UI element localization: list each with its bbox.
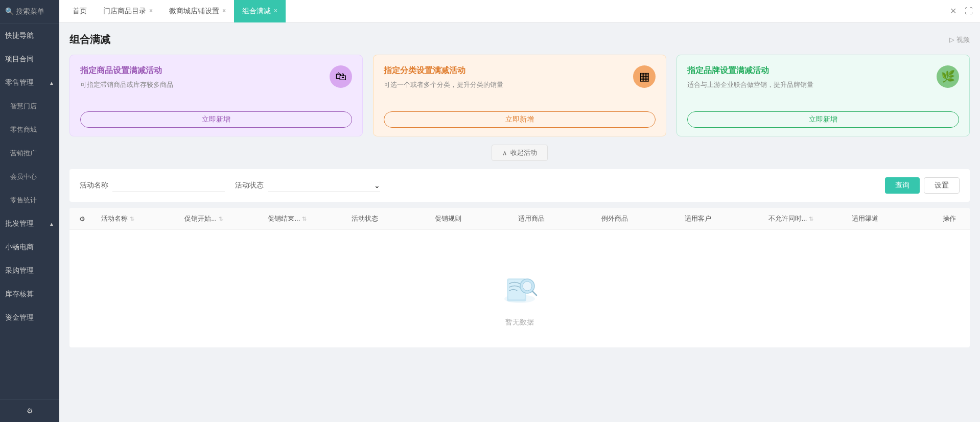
col-label: 操作	[943, 214, 956, 223]
page-title: 组合满减	[69, 33, 110, 46]
sidebar-item-retail-mall[interactable]: 零售商城	[0, 118, 59, 142]
tab-store-catalog[interactable]: 门店商品目录×	[95, 0, 161, 22]
sidebar-item-smart-store[interactable]: 智慧门店	[0, 95, 59, 118]
page-header: 组合满减 ▷ 视频	[69, 33, 970, 46]
maximize-window-btn[interactable]: ⛶	[963, 5, 975, 18]
brand-card: 指定品牌设置满减活动 适合与上游企业联合做营销，提升品牌销量 🌿 立即新增	[676, 55, 970, 136]
col-label: 促销结束...	[268, 214, 300, 223]
expand-arrow-icon: ▲	[49, 221, 54, 227]
col-promo-start[interactable]: 促销开始...⇅	[178, 214, 262, 223]
tab-home[interactable]: 首页	[64, 0, 95, 22]
collapse-activities-btn[interactable]: ∧ 收起活动	[492, 145, 548, 161]
sort-icon: ⇅	[130, 216, 134, 222]
sort-icon: ⇅	[302, 216, 307, 222]
col-label: 适用渠道	[852, 214, 878, 223]
sidebar-label: 资金管理	[5, 313, 34, 322]
data-table: ⚙活动名称⇅促销开始...⇅促销结束...⇅活动状态促销规则适用商品例外商品适用…	[69, 208, 970, 347]
sidebar-item-marketing[interactable]: 营销推广	[0, 142, 59, 165]
col-label: 例外商品	[601, 214, 628, 223]
card-desc: 可指定滞销商品或库存较多商品	[80, 80, 352, 103]
col-label: 不允许同时...	[768, 214, 807, 223]
col-no-simultaneous[interactable]: 不允许同时...⇅	[762, 214, 846, 223]
sidebar-label: 营销推广	[10, 149, 37, 158]
activity-name-filter: 活动名称	[80, 179, 225, 192]
setting-btn[interactable]: 设置	[924, 177, 960, 194]
tab-close-icon[interactable]: ×	[149, 0, 153, 22]
sidebar-settings-btn[interactable]: ⚙	[0, 399, 59, 422]
sidebar: 🔍 搜索菜单 快捷导航项目合同零售管理▲智慧门店零售商城营销推广会员中心零售统计…	[0, 0, 59, 422]
sidebar-item-inventory[interactable]: 库存核算	[0, 283, 59, 306]
col-label: 适用客户	[685, 214, 711, 223]
page-content: 组合满减 ▷ 视频 指定商品设置满减活动 可指定滞销商品或库存较多商品 🛍 立即…	[59, 22, 980, 422]
sidebar-item-retail-mgmt[interactable]: 零售管理▲	[0, 71, 59, 95]
sidebar-label: 快捷导航	[5, 31, 34, 40]
col-promo-rule: 促销规则	[429, 214, 512, 223]
col-label: 促销规则	[435, 214, 461, 223]
svg-line-5	[532, 291, 536, 295]
sidebar-item-project-contract[interactable]: 项目合同	[0, 48, 59, 71]
sidebar-label: 库存核算	[5, 290, 34, 299]
sidebar-label: 会员中心	[10, 172, 37, 181]
col-label: 适用商品	[518, 214, 545, 223]
video-link[interactable]: ▷ 视频	[949, 35, 970, 44]
col-activity-status: 活动状态	[345, 214, 429, 223]
sort-icon: ⇅	[219, 216, 223, 222]
tab-bar-actions: ✕ ⛶	[948, 4, 975, 18]
sidebar-label: 批发管理	[5, 219, 34, 228]
tab-close-icon[interactable]: ×	[274, 0, 277, 22]
sidebar-item-wholesale-mgmt[interactable]: 批发管理▲	[0, 212, 59, 236]
table-settings-icon[interactable]: ⚙	[79, 215, 85, 223]
card-add-btn[interactable]: 立即新增	[384, 111, 656, 128]
card-icon: ▦	[633, 65, 656, 88]
close-window-btn[interactable]: ✕	[948, 4, 959, 18]
sidebar-item-retail-stats[interactable]: 零售统计	[0, 189, 59, 212]
sidebar-item-member-center[interactable]: 会员中心	[0, 165, 59, 189]
empty-text: 暂无数据	[505, 318, 534, 327]
tab-label: 门店商品目录	[103, 0, 146, 22]
card-desc: 可选一个或者多个分类，提升分类的销量	[384, 80, 656, 103]
col-applicable-channel: 适用渠道	[846, 214, 929, 223]
tab-combo-discount[interactable]: 组合满减×	[234, 0, 286, 22]
settings-icon: ⚙	[27, 407, 33, 415]
col-label: 促销开始...	[184, 214, 217, 223]
col-label: 活动名称	[101, 214, 128, 223]
col-promo-end[interactable]: 促销结束...⇅	[262, 214, 345, 223]
card-add-btn[interactable]: 立即新增	[687, 111, 959, 128]
tab-label: 组合满减	[242, 0, 271, 22]
sidebar-label: 零售统计	[10, 196, 37, 205]
activity-cards: 指定商品设置满减活动 可指定滞销商品或库存较多商品 🛍 立即新增 指定分类设置满…	[69, 55, 970, 136]
tab-close-icon[interactable]: ×	[222, 0, 226, 22]
col-label: 活动状态	[352, 214, 378, 223]
col-exceptional-goods: 例外商品	[595, 214, 679, 223]
sidebar-item-ecommerce[interactable]: 小畅电商	[0, 236, 59, 259]
svg-point-4	[523, 282, 532, 291]
filter-bar: 活动名称 活动状态 ⌄ 查询 设置	[69, 169, 970, 202]
sidebar-label: 采购管理	[5, 266, 34, 275]
sidebar-label: 小畅电商	[5, 243, 34, 252]
activity-status-select[interactable]: ⌄	[268, 179, 380, 192]
expand-arrow-icon: ▲	[49, 80, 54, 86]
tab-bar: 首页门店商品目录×微商城店铺设置×组合满减× ✕ ⛶	[59, 0, 980, 22]
col-operation: 操作	[929, 214, 970, 223]
play-icon: ▷	[949, 36, 954, 43]
card-icon: 🛍	[330, 65, 352, 88]
tab-label: 微商城店铺设置	[169, 0, 219, 22]
card-title: 指定品牌设置满减活动	[687, 65, 959, 76]
filter-actions: 查询 设置	[885, 177, 960, 194]
activity-status-filter: 活动状态 ⌄	[235, 179, 380, 192]
query-btn[interactable]: 查询	[885, 177, 920, 194]
tab-wechat-store[interactable]: 微商城店铺设置×	[161, 0, 234, 22]
sidebar-item-quick-nav[interactable]: 快捷导航	[0, 24, 59, 48]
sidebar-search[interactable]: 🔍 搜索菜单	[0, 0, 59, 24]
sidebar-item-finance[interactable]: 资金管理	[0, 306, 59, 330]
goods-card: 指定商品设置满减活动 可指定滞销商品或库存较多商品 🛍 立即新增	[69, 55, 363, 136]
activity-name-input[interactable]	[112, 179, 225, 192]
card-add-btn[interactable]: 立即新增	[80, 111, 352, 128]
category-card: 指定分类设置满减活动 可选一个或者多个分类，提升分类的销量 ▦ 立即新增	[373, 55, 666, 136]
col-settings: ⚙	[69, 215, 95, 223]
activity-name-label: 活动名称	[80, 181, 108, 190]
col-activity-name[interactable]: 活动名称⇅	[95, 214, 178, 223]
sidebar-label: 智慧门店	[10, 102, 37, 111]
col-applicable-customer: 适用客户	[679, 214, 762, 223]
sidebar-item-purchase-mgmt[interactable]: 采购管理	[0, 259, 59, 283]
